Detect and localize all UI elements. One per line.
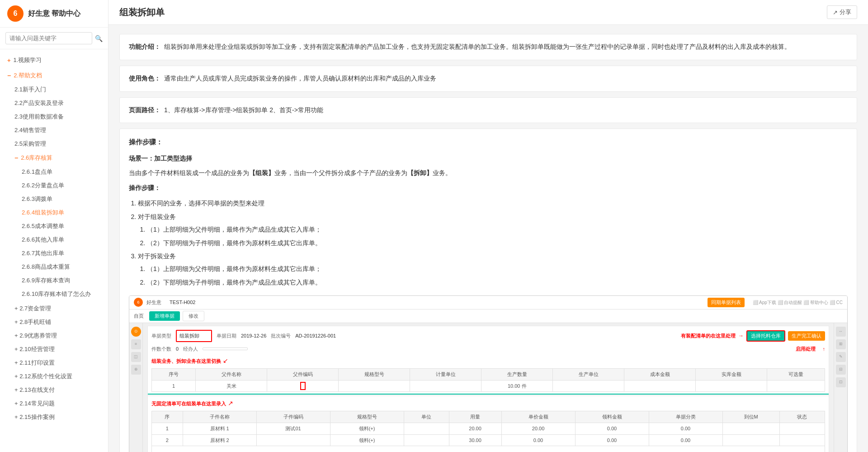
- scenario-title: 场景一：加工类型选择: [129, 153, 848, 164]
- ss-section-divider: [148, 394, 829, 396]
- ss-lr2-code: [256, 434, 330, 446]
- ss-lr2-spec: 领料(+): [330, 434, 404, 446]
- sidebar-item-2-11[interactable]: + 2.11打印设置: [0, 356, 108, 370]
- sidebar-item-2-14[interactable]: + 2.14常见问题: [0, 397, 108, 410]
- ss-lr1-seq: 1: [152, 423, 183, 434]
- sidebar-item-video[interactable]: + 1.视频学习: [0, 53, 108, 67]
- ss-person-input[interactable]: [203, 347, 248, 350]
- ss-doc-id: TEST-H002: [170, 298, 195, 307]
- sidebar-item-2-12[interactable]: + 2.12系统个性化设置: [0, 370, 108, 383]
- step-2: 对于组装业务 （1）上部明细为父件明细，最终作为产成品生成其它入库单； （2）下…: [138, 212, 848, 248]
- ss-upper-cell-code: [267, 380, 339, 392]
- content-area: 功能介绍： 组装拆卸单用来处理企业组装或拆卸等加工业务，支持有固定装配清单的产品…: [108, 25, 868, 452]
- ss-tab-new[interactable]: 新增单据: [149, 311, 180, 321]
- sidebar-item-2-4[interactable]: 2.4销售管理: [0, 124, 108, 137]
- ss-form-area: 单据类型 组装拆卸 单据日期 2019-12-26 批次编号 AD-201912…: [147, 326, 829, 452]
- sidebar-header: 6 好生意 帮助中心: [0, 0, 108, 28]
- sidebar-item-2-6-3[interactable]: 2.6.3调拨单: [0, 192, 108, 206]
- ss-lr1-name: 原材料 1: [183, 423, 256, 434]
- minus-icon-docs: −: [7, 72, 11, 79]
- ss-lr1-qty: 20.00: [449, 423, 501, 434]
- share-button[interactable]: ↗ 分享: [827, 5, 857, 19]
- operations-section: 操作步骤： 场景一：加工类型选择 当由多个子件材料组装成一个成品的业务为【组装】…: [119, 128, 857, 452]
- ss-brand: 好生意: [146, 298, 161, 307]
- ss-sidebar-icon-3: ◫: [131, 352, 141, 362]
- ss-lr2-type: 0.00: [649, 434, 722, 446]
- ss-lr1-material: 0.00: [575, 423, 649, 434]
- ss-body-layout: ⊙ ≡ ◫ ⊕ 单据类型 组装拆卸: [129, 323, 847, 452]
- sidebar-item-2-3[interactable]: 2.3使用前数据准备: [0, 110, 108, 124]
- sidebar-item-2-1[interactable]: 2.1新手入门: [0, 83, 108, 96]
- ss-tab-modify[interactable]: 修改: [183, 311, 204, 321]
- ss-concurrent-btn[interactable]: 同期单据列表: [708, 298, 745, 307]
- ss-choose-warehouse-btn[interactable]: 选择托料仓库: [746, 330, 785, 342]
- annotation2-area: 组装业务、拆卸业务在这里切换 ↙: [151, 356, 825, 366]
- ss-main-body: 单据类型 组装拆卸 单据日期 2019-12-26 批次编号 AD-201912…: [143, 323, 834, 452]
- sidebar-item-2-6[interactable]: − 2.6库存核算: [0, 151, 108, 165]
- sidebar-item-2-2[interactable]: 2.2产品安装及登录: [0, 96, 108, 110]
- share-label: 分享: [840, 8, 851, 16]
- annotation2-arrow: ↙: [223, 356, 228, 366]
- sidebar-item-2-6-6[interactable]: 2.6.6其他入库单: [0, 233, 108, 247]
- search-input[interactable]: [5, 32, 92, 44]
- ss-sidebar-icon-2: ≡: [131, 339, 141, 349]
- zuanzhuang-bold: 【组装】: [249, 169, 274, 176]
- sidebar-item-2-6-10[interactable]: 2.6.10库存账本错了怎么办: [0, 287, 108, 301]
- path-text: 1、库存核算->库存管理->组装拆卸单 2、首页->常用功能: [164, 106, 323, 114]
- ss-lr2-name: 原材料 2: [183, 434, 256, 446]
- ss-th-cost: 成本金额: [624, 369, 696, 381]
- ss-upper-table: 序号 父件名称 父件编码 规格型号 计量单位 生产数量 生产单位 成本金额: [151, 368, 825, 392]
- func-intro-section: 功能介绍： 组装拆卸单用来处理企业组装或拆卸等加工业务，支持有固定装配清单的产品…: [119, 34, 857, 60]
- sidebar-item-2-6-9[interactable]: 2.6.9库存账本查询: [0, 274, 108, 287]
- ss-type-value[interactable]: 组装拆卸: [176, 330, 212, 342]
- ss-upper-cell-name: 关米: [196, 380, 267, 392]
- 2-6-sub-items: 2.6.1盘点单 2.6.2分量盘点单 2.6.3调拨单 2.6.4组装拆卸单 …: [0, 165, 108, 301]
- sidebar-item-2-8[interactable]: + 2.8手机旺铺: [0, 315, 108, 329]
- sidebar-item-2-15[interactable]: + 2.15操作案例: [0, 410, 108, 424]
- sidebar-item-2-5[interactable]: 2.5采购管理: [0, 137, 108, 151]
- step-3: 对于拆装业务 （1）上部明细为父件明细，最终作为原材料生成其它出库单； （2）下…: [138, 251, 848, 288]
- screenshot-inner: 6 好生意 TEST-H002 同期单据列表 ⬜ App下载 ⬜ 自动提醒 ⬜ …: [129, 296, 847, 452]
- ss-lr1-arrive: [722, 423, 779, 434]
- sidebar-item-2-6-7[interactable]: 2.6.7其他出库单: [0, 247, 108, 260]
- sidebar-item-2-6-5[interactable]: 2.6.5成本调整单: [0, 219, 108, 233]
- chaijian-bold: 【拆卸】: [407, 169, 433, 176]
- ss-batch-value: AD-20191226-001: [295, 332, 336, 340]
- ss-lth-material: 领料金额: [575, 411, 649, 423]
- sidebar-item-2-9[interactable]: + 2.9优惠券管理: [0, 329, 108, 343]
- ss-th-prod-unit: 生产单位: [553, 369, 624, 381]
- annotation1-arrow: →: [738, 331, 744, 340]
- ss-confirm-btn[interactable]: 生产完工确认: [788, 331, 825, 341]
- sidebar-item-2-10[interactable]: + 2.10经营管理: [0, 343, 108, 356]
- search-box: 🔍: [0, 28, 108, 49]
- ss-logo: 6: [134, 298, 143, 307]
- screenshot-container: 6 好生意 TEST-H002 同期单据列表 ⬜ App下载 ⬜ 自动提醒 ⬜ …: [129, 295, 848, 452]
- topbar: 组装拆卸单 ↗ 分享: [108, 0, 868, 25]
- ss-lth-unit: 单位: [404, 411, 449, 423]
- ss-right-icon-2: ⊞: [836, 339, 846, 349]
- ss-th-spec: 规格型号: [339, 369, 410, 381]
- ss-code-highlight: [300, 382, 306, 390]
- ss-upper-cell-actual: [696, 380, 767, 392]
- nav-group-2-6: − 2.6库存核算 2.6.1盘点单 2.6.2分量盘点单 2.6.3调拨单 2…: [0, 151, 108, 301]
- docs-sub-items: 2.1新手入门 2.2产品安装及登录 2.3使用前数据准备 2.4销售管理 2.…: [0, 83, 108, 424]
- path-label: 页面路径：: [129, 106, 160, 114]
- sidebar-item-2-13[interactable]: + 2.13在线支付: [0, 383, 108, 397]
- sidebar-item-docs[interactable]: − 2.帮助文档: [0, 68, 108, 83]
- sidebar: 6 好生意 帮助中心 🔍 + 1.视频学习 − 2.帮助文档 2.1新手入门 2…: [0, 0, 108, 452]
- step-1: 根据不同的业务，选择不同单据的类型来处理: [138, 198, 848, 209]
- ss-lr2-seq: 2: [152, 434, 183, 446]
- ss-sidebar-icon-4: ⊕: [131, 365, 141, 375]
- sidebar-item-2-6-4[interactable]: 2.6.4组装拆卸单: [0, 206, 108, 219]
- plus-icon-video: +: [7, 57, 11, 64]
- sidebar-item-2-6-2[interactable]: 2.6.2分量盘点单: [0, 179, 108, 192]
- search-button[interactable]: 🔍: [95, 35, 103, 42]
- main: 组装拆卸单 ↗ 分享 功能介绍： 组装拆卸单用来处理企业组装或拆卸等加工业务，支…: [108, 0, 868, 452]
- sidebar-item-2-6-1[interactable]: 2.6.1盘点单: [0, 165, 108, 179]
- sidebar-item-2-7[interactable]: + 2.7资金管理: [0, 302, 108, 315]
- ss-upper-cell-unit: [410, 380, 481, 392]
- annotation4-arrow: ↗: [228, 398, 233, 409]
- sidebar-item-2-6-8[interactable]: 2.6.8商品成本重算: [0, 260, 108, 274]
- nav-list: + 1.视频学习 − 2.帮助文档 2.1新手入门 2.2产品安装及登录 2.3…: [0, 49, 108, 428]
- ss-lr1-price: 20.00: [501, 423, 575, 434]
